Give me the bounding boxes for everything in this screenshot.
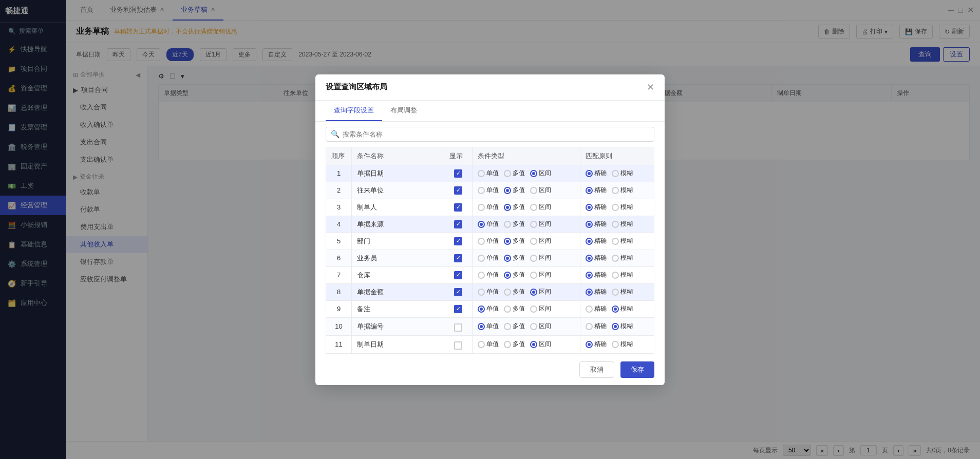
range-radio[interactable]: 区间 — [530, 254, 551, 262]
multi-radio[interactable]: 多值 — [504, 288, 525, 296]
exact-radio[interactable]: 精确 — [586, 237, 607, 245]
range-radio[interactable]: 区间 — [530, 340, 551, 349]
cell-cond-type[interactable]: 单值 多值 区间 — [473, 266, 580, 283]
multi-radio[interactable]: 多值 — [504, 322, 525, 331]
cell-match[interactable]: 精确 模糊 — [580, 283, 654, 300]
range-radio[interactable]: 区间 — [530, 288, 551, 296]
cell-show[interactable] — [444, 266, 473, 283]
cell-show[interactable] — [444, 317, 473, 335]
cell-show[interactable] — [444, 182, 473, 199]
cell-match[interactable]: 精确 模糊 — [580, 199, 654, 216]
show-checkbox[interactable] — [454, 323, 462, 332]
cell-match[interactable]: 精确 模糊 — [580, 216, 654, 233]
multi-radio[interactable]: 多值 — [504, 220, 525, 228]
single-radio[interactable]: 单值 — [478, 220, 499, 228]
single-radio[interactable]: 单值 — [478, 237, 499, 245]
fuzzy-radio[interactable]: 模糊 — [612, 254, 633, 262]
multi-radio[interactable]: 多值 — [504, 271, 525, 279]
show-checkbox[interactable] — [454, 186, 462, 195]
cell-cond-type[interactable]: 单值 多值 区间 — [473, 283, 580, 300]
exact-radio[interactable]: 精确 — [586, 304, 607, 313]
cell-match[interactable]: 精确 模糊 — [580, 182, 654, 199]
show-checkbox[interactable] — [454, 237, 462, 245]
show-checkbox[interactable] — [454, 203, 462, 212]
cell-cond-type[interactable]: 单值 多值 区间 — [473, 165, 580, 182]
cell-match[interactable]: 精确 模糊 — [580, 335, 654, 353]
show-checkbox[interactable] — [454, 341, 462, 350]
range-radio[interactable]: 区间 — [530, 271, 551, 279]
cell-cond-type[interactable]: 单值 多值 区间 — [473, 233, 580, 250]
exact-radio[interactable]: 精确 — [586, 186, 607, 195]
cell-show[interactable] — [444, 233, 473, 250]
cell-cond-type[interactable]: 单值 多值 区间 — [473, 216, 580, 233]
single-radio[interactable]: 单值 — [478, 203, 499, 212]
multi-radio[interactable]: 多值 — [504, 169, 525, 178]
fuzzy-radio[interactable]: 模糊 — [612, 186, 633, 195]
fuzzy-radio[interactable]: 模糊 — [612, 322, 633, 331]
cell-cond-type[interactable]: 单值 多值 区间 — [473, 317, 580, 335]
show-checkbox[interactable] — [454, 271, 462, 279]
show-checkbox[interactable] — [454, 305, 462, 313]
range-radio[interactable]: 区间 — [530, 186, 551, 195]
cell-match[interactable]: 精确 模糊 — [580, 233, 654, 250]
cell-show[interactable] — [444, 335, 473, 353]
tab-query-fields[interactable]: 查询字段设置 — [326, 101, 382, 121]
exact-radio[interactable]: 精确 — [586, 271, 607, 279]
dialog-close-button[interactable]: ✕ — [647, 82, 654, 93]
fuzzy-radio[interactable]: 模糊 — [612, 340, 633, 349]
cell-show[interactable] — [444, 283, 473, 300]
single-radio[interactable]: 单值 — [478, 254, 499, 262]
fuzzy-radio[interactable]: 模糊 — [612, 203, 633, 212]
range-radio[interactable]: 区间 — [530, 304, 551, 313]
multi-radio[interactable]: 多值 — [504, 340, 525, 349]
range-radio[interactable]: 区间 — [530, 237, 551, 245]
show-checkbox[interactable] — [454, 169, 462, 178]
multi-radio[interactable]: 多值 — [504, 203, 525, 212]
cell-cond-type[interactable]: 单值 多值 区间 — [473, 250, 580, 266]
show-checkbox[interactable] — [454, 288, 462, 296]
cancel-button[interactable]: 取消 — [579, 361, 614, 378]
exact-radio[interactable]: 精确 — [586, 288, 607, 296]
cell-match[interactable]: 精确 模糊 — [580, 300, 654, 317]
exact-radio[interactable]: 精确 — [586, 322, 607, 331]
cell-cond-type[interactable]: 单值 多值 区间 — [473, 300, 580, 317]
range-radio[interactable]: 区间 — [530, 322, 551, 331]
fuzzy-radio[interactable]: 模糊 — [612, 169, 633, 178]
fuzzy-radio[interactable]: 模糊 — [612, 271, 633, 279]
fuzzy-radio[interactable]: 模糊 — [612, 237, 633, 245]
cell-show[interactable] — [444, 165, 473, 182]
cell-cond-type[interactable]: 单值 多值 区间 — [473, 335, 580, 353]
exact-radio[interactable]: 精确 — [586, 254, 607, 262]
exact-radio[interactable]: 精确 — [586, 340, 607, 349]
fuzzy-radio[interactable]: 模糊 — [612, 220, 633, 228]
single-radio[interactable]: 单值 — [478, 304, 499, 313]
exact-radio[interactable]: 精确 — [586, 220, 607, 228]
single-radio[interactable]: 单值 — [478, 322, 499, 331]
show-checkbox[interactable] — [454, 220, 462, 228]
cell-show[interactable] — [444, 300, 473, 317]
single-radio[interactable]: 单值 — [478, 271, 499, 279]
cell-show[interactable] — [444, 250, 473, 266]
cell-match[interactable]: 精确 模糊 — [580, 317, 654, 335]
single-radio[interactable]: 单值 — [478, 169, 499, 178]
cell-match[interactable]: 精确 模糊 — [580, 165, 654, 182]
exact-radio[interactable]: 精确 — [586, 169, 607, 178]
cell-cond-type[interactable]: 单值 多值 区间 — [473, 182, 580, 199]
cell-match[interactable]: 精确 模糊 — [580, 266, 654, 283]
show-checkbox[interactable] — [454, 254, 462, 262]
single-radio[interactable]: 单值 — [478, 288, 499, 296]
cell-cond-type[interactable]: 单值 多值 区间 — [473, 199, 580, 216]
range-radio[interactable]: 区间 — [530, 169, 551, 178]
dialog-search-input[interactable] — [326, 127, 654, 142]
multi-radio[interactable]: 多值 — [504, 186, 525, 195]
single-radio[interactable]: 单值 — [478, 340, 499, 349]
single-radio[interactable]: 单值 — [478, 186, 499, 195]
fuzzy-radio[interactable]: 模糊 — [612, 288, 633, 296]
multi-radio[interactable]: 多值 — [504, 237, 525, 245]
range-radio[interactable]: 区间 — [530, 220, 551, 228]
fuzzy-radio[interactable]: 模糊 — [612, 304, 633, 313]
multi-radio[interactable]: 多值 — [504, 304, 525, 313]
cell-match[interactable]: 精确 模糊 — [580, 250, 654, 266]
save-dialog-button[interactable]: 保存 — [620, 361, 654, 378]
range-radio[interactable]: 区间 — [530, 203, 551, 212]
